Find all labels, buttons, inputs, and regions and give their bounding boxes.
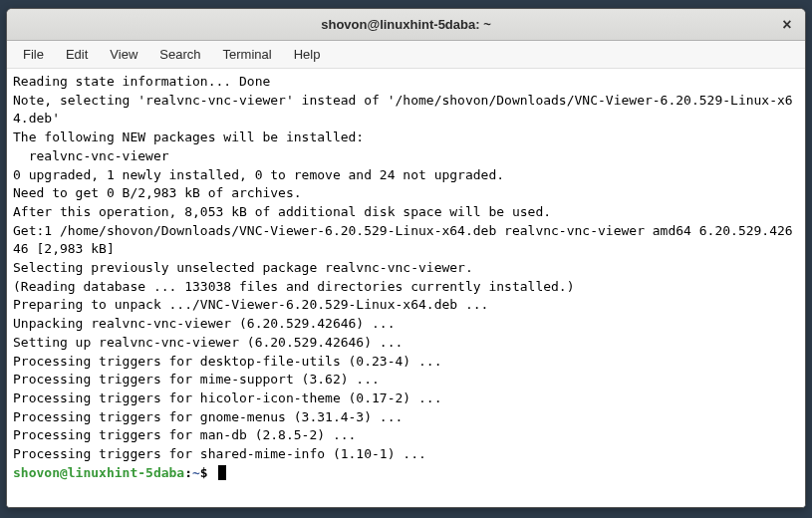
prompt-sep1: : bbox=[184, 465, 192, 480]
window-title: shovon@linuxhint-5daba: ~ bbox=[321, 17, 491, 32]
menu-edit[interactable]: Edit bbox=[56, 43, 98, 66]
cursor-icon bbox=[218, 465, 226, 480]
close-icon: × bbox=[782, 16, 791, 34]
menu-terminal[interactable]: Terminal bbox=[213, 43, 282, 66]
titlebar[interactable]: shovon@linuxhint-5daba: ~ × bbox=[7, 9, 805, 41]
close-button[interactable]: × bbox=[775, 13, 799, 37]
menu-file[interactable]: File bbox=[13, 43, 54, 66]
prompt-path: ~ bbox=[192, 465, 200, 480]
terminal-output: Reading state information... Done Note, … bbox=[13, 74, 793, 461]
prompt-sep2: $ bbox=[200, 465, 208, 480]
menu-view[interactable]: View bbox=[100, 43, 147, 66]
menu-search[interactable]: Search bbox=[149, 43, 210, 66]
terminal-body[interactable]: Reading state information... Done Note, … bbox=[7, 69, 805, 507]
menubar: File Edit View Search Terminal Help bbox=[7, 41, 805, 69]
terminal-window: shovon@linuxhint-5daba: ~ × File Edit Vi… bbox=[6, 8, 806, 508]
menu-help[interactable]: Help bbox=[284, 43, 331, 66]
prompt-user-host: shovon@linuxhint-5daba bbox=[13, 465, 184, 480]
